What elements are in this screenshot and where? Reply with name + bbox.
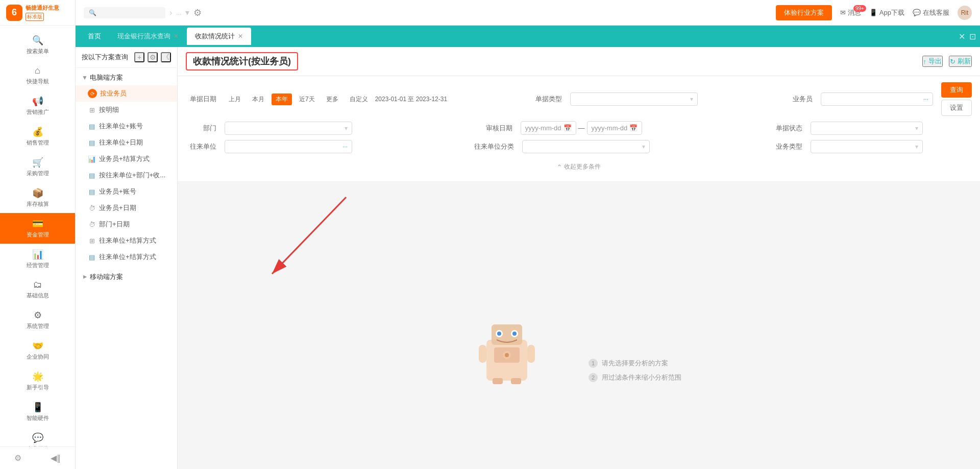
salesman-settle-icon: 📊 [88,155,96,163]
sidebar-settings-icon[interactable]: ⚙ [14,453,21,463]
unit-label: 往来单位 [186,142,216,151]
sidebar-item-operations[interactable]: 📊 经营管理 [0,244,75,274]
salesman-more-icon[interactable]: ··· [923,96,928,103]
unit-category-select[interactable]: ▾ [522,140,650,153]
sidebar-item-enterprise[interactable]: 🤝 企业协同 [0,335,75,366]
tab-receipt[interactable]: 收款情况统计 ✕ [187,28,251,45]
scheme-item-unit-account[interactable]: ▤ 往来单位+账号 [76,118,177,134]
review-date-end[interactable]: yyyy-mm-dd 📅 [587,121,643,135]
sidebar-item-system[interactable]: ⚙ 系统管理 [0,304,75,335]
scheme-item-unit-dept[interactable]: ▤ 按往来单位+部门+收... [76,167,177,183]
home-tab-label: 首页 [88,32,101,41]
svg-point-4 [497,332,501,336]
refresh-btn[interactable]: ↻ 刷新 [949,56,972,67]
empty-steps: 1 请先选择要分析的方案 2 用过滤条件来缩小分析范围 [589,359,681,387]
review-date-end-placeholder: yyyy-mm-dd [592,124,628,132]
date-dash: — [578,124,585,132]
scheme-item-salesman-account[interactable]: ▤ 业务员+账号 [76,183,177,200]
date-btn-this-year[interactable]: 本年 [272,93,292,105]
sidebar-item-sales[interactable]: 💰 销售管理 [0,121,75,152]
receipt-tab-close-icon[interactable]: ✕ [238,33,243,40]
dept-select[interactable]: ▾ [225,122,352,135]
svg-point-5 [512,332,517,336]
step-2-num: 2 [589,373,598,382]
breadcrumb-dropdown-icon[interactable]: ▾ [185,8,189,17]
scheme-mobile-group-title[interactable]: ▼ 移动端方案 [76,269,177,285]
doc-status-select[interactable]: ▾ [811,122,923,135]
unit-settle2-label: 往来单位+结算方式 [99,252,156,262]
sidebar-item-nav[interactable]: ⌂ 快捷导航 [0,60,75,90]
content-area: 1 请先选择要分析的方案 2 用过滤条件来缩小分析范围 [178,182,980,469]
biz-type-label: 业务类型 [772,142,802,151]
sidebar-item-basic[interactable]: 🗂 基础信息 [0,274,75,304]
right-content: 收款情况统计(按业务员) ↑ 导出 ↻ 刷新 [178,47,980,469]
breadcrumb-arrow: › [169,8,172,17]
salesman-select[interactable]: ··· [821,92,933,106]
sidebar-item-marketing[interactable]: 📢 营销推广 [0,90,75,121]
sales-nav-label: 销售管理 [27,139,49,147]
tab-home[interactable]: 首页 [80,28,109,45]
unit-date-label: 往来单位+日期 [99,138,143,147]
mobile-group-arrow: ▼ [81,274,88,280]
sidebar-item-wechat[interactable]: 💬 企业微信 [0,427,75,447]
scheme-item-salesman-settle[interactable]: 📊 业务员+结算方式 [76,151,177,167]
salesman-date-icon: ⏱ [88,204,96,212]
tab-expand-icon[interactable]: ⊡ [969,32,976,41]
step-1-num: 1 [589,359,598,368]
query-btn[interactable]: 查询 [941,82,972,98]
sidebar-item-search[interactable]: 🔍 搜索菜单 [0,30,75,60]
sidebar-item-inventory[interactable]: 📦 库存核算 [0,182,75,213]
tab-close-all-icon[interactable]: ✕ [959,32,965,41]
sidebar-item-guide[interactable]: 🌟 新手引导 [0,366,75,396]
scheme-item-by-detail[interactable]: ⊞ 按明细 [76,102,177,118]
scheme-item-dept-date[interactable]: ⏱ 部门+日期 [76,216,177,232]
collapse-bar[interactable]: ⌃ 收起更多条件 [186,158,972,175]
date-btn-more[interactable]: 更多 [322,93,342,105]
scheme-item-unit-settle2[interactable]: ▤ 往来单位+结算方式 [76,249,177,265]
dept-date-icon: ⏱ [88,220,96,228]
tab-bank[interactable]: 现金银行流水查询 ✕ [109,28,187,45]
page-content: 按以下方案查询 + ⚙ 《 ▼ 电脑端方案 ⟳ 按业务员 [76,47,980,469]
sidebar-item-finance[interactable]: 💳 资金管理 [0,213,75,244]
empty-step-1: 1 请先选择要分析的方案 [589,359,681,368]
unit-dept-icon: ▤ [88,171,96,179]
trial-btn[interactable]: 体验行业方案 [776,5,832,20]
page-title: 收款情况统计(按业务员) [193,56,291,66]
messages-btn[interactable]: ✉ 消息 99+ [840,8,861,17]
topbar-right: 体验行业方案 ✉ 消息 99+ 📱 App下载 💬 在线客服 Rit [776,5,972,20]
topbar-search[interactable]: 🔍 [84,7,165,18]
sidebar-item-purchase[interactable]: 🛒 采购管理 [0,152,75,182]
salesman-date-label: 业务员+日期 [99,203,136,213]
user-avatar-area[interactable]: Rit [958,6,972,20]
date-btn-7days[interactable]: 近7天 [295,93,319,105]
date-btn-last-month[interactable]: 上月 [225,93,245,105]
scheme-item-salesman-date[interactable]: ⏱ 业务员+日期 [76,200,177,216]
purchase-nav-icon: 🛒 [32,157,43,168]
scheme-desktop-group-title[interactable]: ▼ 电脑端方案 [76,70,177,85]
nav-nav-icon: ⌂ [35,65,40,76]
scheme-add-btn[interactable]: + [134,52,144,62]
scheme-item-unit-settle1[interactable]: ⊞ 往来单位+结算方式 [76,232,177,249]
scheme-item-by-salesman[interactable]: ⟳ 按业务员 [76,85,177,102]
biz-type-select[interactable]: ▾ [811,140,923,153]
scheme-settings-btn[interactable]: ⚙ [148,52,158,62]
unit-select[interactable]: ··· [225,140,352,153]
export-icon: ↑ [923,58,927,65]
export-btn[interactable]: ↑ 导出 [922,56,943,67]
settings-btn[interactable]: 设置 [941,100,972,116]
review-date-start[interactable]: yyyy-mm-dd 📅 [521,121,576,135]
scheme-item-unit-date[interactable]: ▤ 往来单位+日期 [76,134,177,151]
topbar-settings-icon[interactable]: ⚙ [193,7,202,18]
doc-type-select[interactable]: ▾ [570,92,698,106]
sidebar-item-hardware[interactable]: 📱 智能硬件 [0,396,75,427]
sidebar-collapse-icon[interactable]: ◀‖ [51,453,61,463]
online-service-btn[interactable]: 💬 在线客服 [913,8,949,17]
unit-more-icon[interactable]: ··· [342,143,348,150]
finance-nav-label: 资金管理 [27,231,49,239]
date-btn-custom[interactable]: 自定义 [346,93,372,105]
app-download-btn[interactable]: 📱 App下载 [869,8,904,17]
by-salesman-icon: ⟳ [88,89,97,98]
date-btn-this-month[interactable]: 本月 [248,93,268,105]
bank-tab-close-icon[interactable]: ✕ [174,33,179,40]
scheme-collapse-btn[interactable]: 《 [161,52,171,62]
